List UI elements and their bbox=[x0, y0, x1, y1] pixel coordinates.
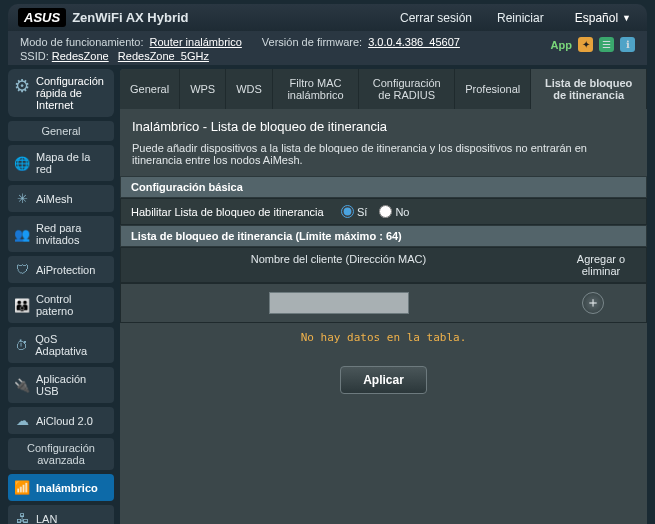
model-name: ZenWiFi AX Hybrid bbox=[72, 10, 188, 25]
ssid-label: SSID: bbox=[20, 50, 49, 62]
col-client: Nombre del cliente (Dirección MAC) bbox=[121, 248, 556, 282]
sidebar-item-label: Inalámbrico bbox=[36, 482, 98, 494]
table-header: Nombre del cliente (Dirección MAC) Agreg… bbox=[120, 247, 647, 283]
top-bar: ASUS ZenWiFi AX Hybrid Cerrar sesión Rei… bbox=[8, 4, 647, 31]
quick-line2: rápida de Internet bbox=[36, 87, 108, 111]
sidebar-item-wireless[interactable]: 📶Inalámbrico bbox=[8, 474, 114, 501]
app-store-icon[interactable]: ✦ bbox=[578, 37, 593, 52]
brand-logo: ASUS bbox=[18, 8, 66, 27]
sidebar-group-advanced: Configuración avanzada bbox=[8, 438, 114, 470]
language-selector[interactable]: Español ▼ bbox=[569, 9, 637, 27]
chevron-down-icon: ▼ bbox=[622, 13, 631, 23]
family-icon: 👪 bbox=[14, 298, 30, 313]
sidebar-item-network-map[interactable]: 🌐Mapa de la red bbox=[8, 145, 114, 181]
enable-label: Habilitar Lista de bloqueo de itineranci… bbox=[131, 206, 341, 218]
mesh-icon: ✳ bbox=[14, 191, 30, 206]
page-description: Puede añadir dispositivos a la lista de … bbox=[120, 142, 647, 176]
quick-line1: Configuración bbox=[36, 75, 108, 87]
language-label: Español bbox=[575, 11, 618, 25]
feedback-icon[interactable]: ☰ bbox=[599, 37, 614, 52]
info-icon[interactable]: ℹ bbox=[620, 37, 635, 52]
mac-address-input[interactable] bbox=[269, 292, 409, 314]
list-header: Lista de bloqueo de itinerancia (Límite … bbox=[120, 225, 647, 247]
sidebar-item-label: Red para invitados bbox=[36, 222, 108, 246]
table-input-row: ＋ bbox=[120, 283, 647, 323]
app-label: App bbox=[551, 39, 572, 51]
sidebar: ⚙ Configuración rápida de Internet Gener… bbox=[8, 69, 114, 524]
wifi-icon: 📶 bbox=[14, 480, 30, 495]
firmware-value-link[interactable]: 3.0.0.4.386_45607 bbox=[368, 36, 460, 48]
sidebar-item-lan[interactable]: 🖧LAN bbox=[8, 505, 114, 524]
col-action: Agregar o eliminar bbox=[556, 248, 646, 282]
radio-yes-input[interactable] bbox=[341, 205, 354, 218]
basic-config-header: Configuración básica bbox=[120, 176, 647, 198]
radio-no-label: No bbox=[395, 206, 409, 218]
no-data-message: No hay datos en la tabla. bbox=[120, 323, 647, 352]
sidebar-item-label: Mapa de la red bbox=[36, 151, 108, 175]
gauge-icon: ⏱ bbox=[14, 338, 29, 353]
sidebar-item-label: AiCloud 2.0 bbox=[36, 415, 93, 427]
cloud-icon: ☁ bbox=[14, 413, 30, 428]
sidebar-item-guest[interactable]: 👥Red para invitados bbox=[8, 216, 114, 252]
lan-icon: 🖧 bbox=[14, 511, 30, 524]
mode-label: Modo de funcionamiento: bbox=[20, 36, 144, 48]
sidebar-item-parental[interactable]: 👪Control paterno bbox=[8, 287, 114, 323]
quick-setup-button[interactable]: ⚙ Configuración rápida de Internet bbox=[8, 69, 114, 117]
sidebar-item-qos[interactable]: ⏱QoS Adaptativa bbox=[8, 327, 114, 363]
radio-yes-label: Sí bbox=[357, 206, 367, 218]
add-button[interactable]: ＋ bbox=[582, 292, 604, 314]
users-icon: 👥 bbox=[14, 227, 30, 242]
page-title: Inalámbrico - Lista de bloqueo de itiner… bbox=[120, 109, 647, 142]
usb-icon: 🔌 bbox=[14, 378, 30, 393]
gear-globe-icon: ⚙ bbox=[14, 75, 30, 97]
apply-button[interactable]: Aplicar bbox=[340, 366, 427, 394]
ssid2-link[interactable]: RedesZone_5GHz bbox=[118, 50, 209, 62]
mode-value-link[interactable]: Router inalámbrico bbox=[150, 36, 242, 48]
radio-yes[interactable]: Sí bbox=[341, 205, 367, 218]
sidebar-item-label: QoS Adaptativa bbox=[35, 333, 108, 357]
tab-wps[interactable]: WPS bbox=[180, 69, 226, 109]
tab-wds[interactable]: WDS bbox=[226, 69, 273, 109]
enable-row: Habilitar Lista de bloqueo de itineranci… bbox=[120, 198, 647, 225]
radio-no[interactable]: No bbox=[379, 205, 409, 218]
tab-bar: General WPS WDS Filtro MAC inalámbrico C… bbox=[120, 69, 647, 109]
sidebar-item-aimesh[interactable]: ✳AiMesh bbox=[8, 185, 114, 212]
shield-icon: 🛡 bbox=[14, 262, 30, 277]
sidebar-group-general: General bbox=[8, 121, 114, 141]
reboot-link[interactable]: Reiniciar bbox=[497, 11, 544, 25]
sidebar-item-aicloud[interactable]: ☁AiCloud 2.0 bbox=[8, 407, 114, 434]
logout-link[interactable]: Cerrar sesión bbox=[400, 11, 472, 25]
tab-roaming-block[interactable]: Lista de bloqueo de itinerancia bbox=[531, 69, 647, 109]
firmware-label: Versión de firmware: bbox=[262, 36, 362, 48]
sidebar-item-label: LAN bbox=[36, 513, 57, 525]
ssid1-link[interactable]: RedesZone bbox=[52, 50, 109, 62]
sidebar-item-label: Aplicación USB bbox=[36, 373, 108, 397]
sidebar-item-aiprotection[interactable]: 🛡AiProtection bbox=[8, 256, 114, 283]
tab-professional[interactable]: Profesional bbox=[455, 69, 531, 109]
content-panel: General WPS WDS Filtro MAC inalámbrico C… bbox=[120, 69, 647, 524]
radio-no-input[interactable] bbox=[379, 205, 392, 218]
info-band: Modo de funcionamiento: Router inalámbri… bbox=[8, 31, 647, 65]
tab-mac-filter[interactable]: Filtro MAC inalámbrico bbox=[273, 69, 359, 109]
globe-icon: 🌐 bbox=[14, 156, 30, 171]
tab-general[interactable]: General bbox=[120, 69, 180, 109]
sidebar-item-label: AiMesh bbox=[36, 193, 73, 205]
sidebar-item-label: AiProtection bbox=[36, 264, 95, 276]
sidebar-item-label: Control paterno bbox=[36, 293, 108, 317]
tab-radius[interactable]: Configuración de RADIUS bbox=[359, 69, 455, 109]
sidebar-item-usb[interactable]: 🔌Aplicación USB bbox=[8, 367, 114, 403]
plus-icon: ＋ bbox=[586, 294, 600, 312]
